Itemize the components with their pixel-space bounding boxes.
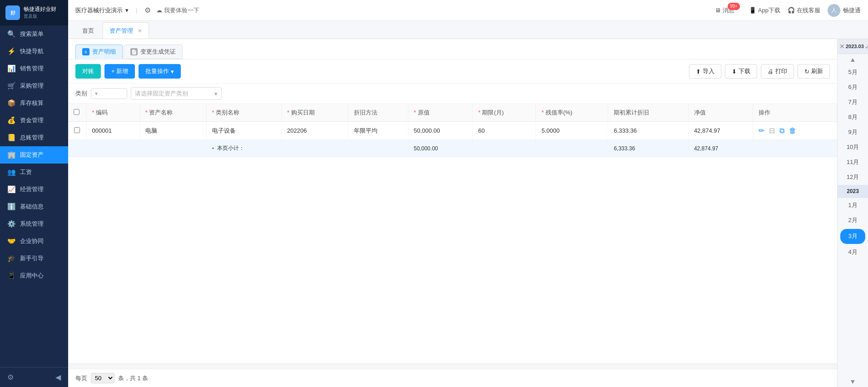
delete-icon[interactable]: 🗑 xyxy=(789,127,796,135)
date-item-2023-4[interactable]: 4月 xyxy=(838,245,868,260)
sidebar-settings-icon[interactable]: ⚙ xyxy=(7,373,14,382)
tab-asset-mgmt[interactable]: 资产管理 ✕ xyxy=(103,22,149,39)
horizontal-scrollbar[interactable] xyxy=(68,363,837,369)
experience-button[interactable]: ☁ 我要体验一下 xyxy=(156,6,199,15)
subtotal-empty-period xyxy=(472,140,536,157)
category-filter-select[interactable]: ▾ xyxy=(91,88,127,99)
sidebar-item-payroll[interactable]: 👥 工资 xyxy=(0,164,68,181)
filter-row: 类别 ▾ 请选择固定资产类别 ▾ xyxy=(68,84,837,104)
date-year-label: 2023.03 xyxy=(846,44,864,49)
date-item-2023-1[interactable]: 1月 xyxy=(838,198,868,213)
account-button[interactable]: 对账 xyxy=(75,64,101,79)
sidebar-item-quick-nav[interactable]: ⚡ 快捷导航 xyxy=(0,43,68,60)
sidebar-item-sales[interactable]: 📊 销售管理 xyxy=(0,60,68,77)
date-item-6[interactable]: 6月 xyxy=(838,80,868,95)
subtotal-empty-name xyxy=(139,140,206,157)
date-item-5[interactable]: 5月 xyxy=(838,65,868,80)
batch-ops-button[interactable]: 批量操作 ▾ xyxy=(139,64,181,79)
sidebar-item-purchase[interactable]: 🛒 采购管理 xyxy=(0,77,68,94)
sidebar-item-label: 新手引导 xyxy=(20,254,44,263)
sidebar-collapse-button[interactable]: ◀ xyxy=(55,373,61,382)
sidebar-item-label: 销售管理 xyxy=(20,64,44,73)
change-voucher-tab-icon: 📄 xyxy=(130,48,138,55)
filter-label: 类别 xyxy=(75,89,87,98)
date-item-8[interactable]: 8月 xyxy=(838,110,868,125)
sub-tabs: ≡ 资产明细 📄 变更生成凭证 xyxy=(68,39,837,60)
table-wrapper: 编码 资产名称 类别名称 购买日期 折旧方法 原值 期限(月) 残值率(%) 期… xyxy=(68,104,837,363)
import-label: 导入 xyxy=(703,67,714,75)
download-button[interactable]: ⬇ 下载 xyxy=(725,64,757,79)
sidebar-item-label: 企业协同 xyxy=(20,237,44,245)
date-item-12[interactable]: 12月 xyxy=(838,170,868,185)
online-service-button[interactable]: 🎧 在线客服 xyxy=(788,6,820,15)
th-purchase-date: 购买日期 xyxy=(282,104,348,122)
fixed-assets-icon: 🏢 xyxy=(7,151,15,159)
topbar-right: 🖥 消息 99+ 📱 App下载 🎧 在线客服 人 畅捷通 xyxy=(715,4,861,17)
row-depreciation-method: 年限平均 xyxy=(348,122,408,140)
sub-tab-asset-detail[interactable]: ≡ 资产明细 xyxy=(75,45,123,59)
messages-button[interactable]: 🖥 消息 99+ xyxy=(715,6,734,15)
date-nav-down[interactable]: ▼ xyxy=(838,376,868,387)
tab-close-icon[interactable]: ✕ xyxy=(138,28,142,34)
date-item-7[interactable]: 7月 xyxy=(838,95,868,110)
edit-icon[interactable]: ✏ xyxy=(759,126,764,135)
sidebar-item-label: 应用中心 xyxy=(20,272,44,280)
row-checkbox[interactable] xyxy=(74,127,80,133)
sidebar-item-label: 快捷导航 xyxy=(20,47,44,55)
date-item-11[interactable]: 11月 xyxy=(838,155,868,170)
refresh-button[interactable]: ↻ 刷新 xyxy=(798,64,830,79)
new-button[interactable]: + 新增 xyxy=(104,64,135,79)
sidebar-item-inventory[interactable]: 📦 库存核算 xyxy=(0,94,68,112)
per-page-select[interactable]: 50 100 200 xyxy=(91,373,114,383)
date-sidebar-expand-icon[interactable]: ⤢ xyxy=(865,43,868,50)
company-selector[interactable]: 医疗器械行业演示 ▾ xyxy=(75,6,129,15)
sidebar-item-cooperation[interactable]: 🤝 企业协同 xyxy=(0,233,68,250)
sidebar-item-app-center[interactable]: 📱 应用中心 xyxy=(0,267,68,284)
per-page-label: 每页 xyxy=(75,374,87,382)
app-download-button[interactable]: 📱 App下载 xyxy=(749,6,780,15)
refresh-label: 刷新 xyxy=(811,67,823,75)
row-period: 60 xyxy=(472,122,536,140)
asset-detail-tab-icon: ≡ xyxy=(82,48,89,55)
select-all-checkbox[interactable] xyxy=(74,109,79,115)
quick-nav-icon: ⚡ xyxy=(7,47,15,55)
sidebar-header: 好 畅捷通好业财 普及版 xyxy=(0,0,68,25)
date-item-10[interactable]: 10月 xyxy=(838,140,868,155)
sub-tab-change-voucher-label: 变更生成凭证 xyxy=(140,48,176,56)
clone-icon[interactable]: ⧉ xyxy=(779,127,784,135)
category-filter-placeholder: 请选择固定资产类别 xyxy=(135,89,188,98)
subtotal-label-cell: ▪ 本页小计： xyxy=(206,140,282,157)
sidebar-item-basic-info[interactable]: ℹ️ 基础信息 xyxy=(0,198,68,215)
tab-home[interactable]: 首页 xyxy=(75,22,101,39)
import-icon: ⬆ xyxy=(696,68,701,75)
sidebar-item-label: 系统管理 xyxy=(20,220,44,228)
download-label: 下载 xyxy=(739,67,750,75)
print-label: 打印 xyxy=(775,67,787,75)
sub-tab-change-voucher[interactable]: 📄 变更生成凭证 xyxy=(124,45,183,59)
print-button[interactable]: 🖨 打印 xyxy=(761,64,794,79)
date-item-9[interactable]: 9月 xyxy=(838,125,868,140)
date-item-2023-3[interactable]: 3月 xyxy=(840,229,865,244)
date-nav-up[interactable]: ▲ xyxy=(838,54,868,65)
sidebar-item-label: 经营管理 xyxy=(20,185,44,194)
sales-icon: 📊 xyxy=(7,64,15,73)
topbar-gear-icon[interactable]: ⚙ xyxy=(144,6,151,15)
sidebar-item-finance[interactable]: 💰 资金管理 xyxy=(0,112,68,129)
sidebar-item-ledger[interactable]: 📒 总账管理 xyxy=(0,129,68,146)
sidebar-item-guide[interactable]: 🎓 新手引导 xyxy=(0,250,68,267)
copy-icon[interactable]: ⊟ xyxy=(769,126,775,135)
system-icon: ⚙️ xyxy=(7,220,15,228)
th-category: 类别名称 xyxy=(206,104,282,122)
sidebar-item-search[interactable]: 🔍 搜索菜单 xyxy=(0,25,68,43)
import-button[interactable]: ⬆ 导入 xyxy=(689,64,721,79)
user-menu[interactable]: 人 畅捷通 xyxy=(828,4,861,17)
category-filter-value: ▾ xyxy=(95,90,98,97)
sub-tab-asset-detail-label: 资产明细 xyxy=(92,48,116,56)
sidebar-item-operations[interactable]: 📈 经营管理 xyxy=(0,181,68,198)
category-filter-input[interactable]: 请选择固定资产类别 ▾ xyxy=(131,87,222,100)
date-item-2023-2[interactable]: 2月 xyxy=(838,213,868,228)
inventory-icon: 📦 xyxy=(7,99,15,107)
date-sidebar-close-icon[interactable]: ✕ xyxy=(839,43,845,50)
sidebar-item-system[interactable]: ⚙️ 系统管理 xyxy=(0,215,68,233)
sidebar-item-fixed-assets[interactable]: 🏢 固定资产 xyxy=(0,146,68,164)
